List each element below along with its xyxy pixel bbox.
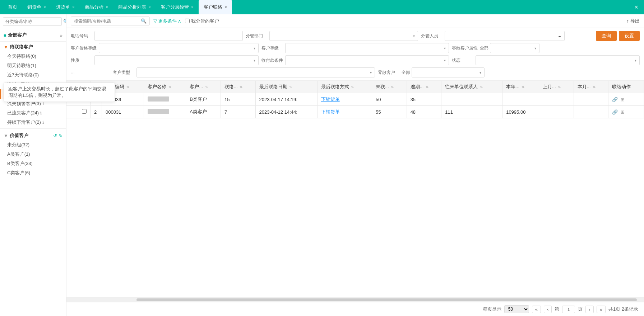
filter-customer-level-select[interactable]: ▾ [285,43,449,53]
sidebar-price-title[interactable]: ▼ 价值客户 [4,132,28,139]
sidebar-item-class-c[interactable]: C类客户(6) [0,168,66,178]
filter-dots-field: ··· [71,70,110,75]
overdue-column-header[interactable]: 逾期... ⇅ [407,81,441,93]
settings-button[interactable]: 设置 [619,31,640,41]
my-customers-checkbox[interactable]: 我分管的客户 [185,18,219,24]
close-customer-tier-tab[interactable]: × [191,5,194,10]
filter-nature-select[interactable]: ▾ [94,55,259,65]
sidebar-search-icon[interactable]: 🔍 [63,19,66,24]
sidebar-item-churned[interactable]: 已流失客户(24) ℹ [0,108,66,118]
prev-page-button[interactable]: ‹ [544,306,552,313]
query-button[interactable]: 查询 [596,31,617,41]
this-month-column-header[interactable]: 本月... ⇅ [574,81,608,93]
filter-customer-type-select[interactable]: ▾ [136,67,375,77]
nav-tab-purchase[interactable]: 进货单 × [51,0,80,14]
filter-retail-attr-select[interactable]: ▾ [490,43,539,53]
row1-type: B类客户 [186,93,221,106]
filter-payment-select[interactable]: ▾ [285,55,449,65]
sidebar-edit-icon[interactable]: ✎ [59,133,62,138]
row2-checkbox[interactable] [78,106,91,118]
row2-more-icon[interactable]: ⊞ [621,109,625,115]
churned-info-icon[interactable]: ℹ [40,111,42,115]
row2-name[interactable] [144,106,186,118]
declining-info-icon[interactable]: ℹ [42,120,44,125]
more-conditions-button[interactable]: ▽ 更多条件 ∧ [153,18,181,24]
close-customer-contact-tab[interactable]: × [224,5,227,10]
contact-column-header[interactable]: 联络... ⇅ [221,81,255,93]
row1-more-icon[interactable]: ⊞ [621,97,625,102]
export-button[interactable]: ↑ 导出 [627,18,640,24]
last-month-column-header[interactable]: 上月... ⇅ [539,81,574,93]
nav-tab-customer-contact[interactable]: 客户联络 × [199,0,232,14]
sidebar-price-icons[interactable]: ↺ ✎ [53,133,62,138]
sidebar-item-unclassified[interactable]: 未分组(32) [0,140,66,150]
last-method-column-header[interactable]: 最后联络方式 ⇅ [317,81,372,93]
sidebar-section-pending[interactable]: ▼ 待联络客户 [0,42,66,52]
filter-price-level-field: 客户价格等级 ▾ [71,43,259,53]
sidebar-item-class-a[interactable]: A类客户(1) [0,150,66,159]
filter-dots[interactable]: ··· [71,70,75,75]
top-navigation: 首页 销货单 × 进货单 × 商品分析 × 商品分析列表 × 客户分层经营 × … [0,0,644,14]
horizontal-scrollbar[interactable] [66,297,644,302]
row1-last-month [539,93,574,106]
churn-warning-info-icon[interactable]: ℹ [42,102,44,106]
type-column-header[interactable]: 客户... ⇅ [186,81,221,93]
filter-person-select[interactable]: ··· [445,31,565,41]
sidebar-item-tomorrow[interactable]: 明天待联络(1) [0,61,66,70]
nav-tab-product-analysis[interactable]: 商品分析 × [80,0,113,14]
row2-uncontacted: 55 [372,106,407,118]
search-input[interactable] [74,19,141,24]
nav-tab-sales[interactable]: 销货单 × [22,0,51,14]
close-product-list-tab[interactable]: × [148,5,151,10]
close-sales-tab[interactable]: × [43,5,46,10]
filter-phone-input[interactable] [94,31,243,41]
uncontacted-column-header[interactable]: 未联... ⇅ [372,81,407,93]
last-date-column-header[interactable]: 最后联络日期 ⇅ [255,81,317,93]
row1-name[interactable] [144,93,186,106]
filter-row-1: 电话号码 分管部门 ▾ 分管人员 ··· 查询 设置 [71,31,640,41]
next-page-button[interactable]: › [585,306,593,313]
sidebar-collapse-icon[interactable]: » [60,33,62,38]
sidebar-refresh-icon[interactable]: ↺ [53,133,57,138]
row1-link-icon[interactable]: 🔗 [612,97,618,102]
row2-last-method[interactable]: 下销货单 [317,106,372,118]
filter-retail-customer-select[interactable]: ▾ [412,67,485,77]
close-product-analysis-tab[interactable]: × [106,5,108,10]
filter-status-field: 状态 ▾ [452,55,640,65]
sidebar-item-7days[interactable]: 近7天待联络(0) [0,70,66,80]
row2-code[interactable]: 000031 [102,106,144,118]
table-area[interactable]: ⚙ 客户编码 ⇅ 客户名称 ⇅ 客户... ⇅ 联络... ⇅ 最后联络日期 ⇅… [66,81,644,297]
my-customers-check[interactable] [185,19,190,23]
table-row: 2 000031 A类客户 7 2023-04-12 14:44: 下销货单 5… [66,106,644,118]
sidebar-all-customers[interactable]: ■ 全部客户 » [0,29,66,42]
nav-tab-customer-tier[interactable]: 客户分层经营 × [156,0,199,14]
row1-last-method[interactable]: 下销货单 [317,93,372,106]
first-page-button[interactable]: « [532,306,541,313]
window-close-button[interactable]: × [631,4,641,11]
row1-contact: 15 [221,93,255,106]
filter-price-level-label: 客户价格等级 [71,45,97,51]
unit-contact-column-header[interactable]: 往来单位联系人 ⇅ [441,81,502,93]
scrollbar-thumb[interactable] [136,298,637,301]
filter-status-select[interactable]: ▾ [476,55,640,65]
nav-tab-product-list[interactable]: 商品分析列表 × [113,0,156,14]
last-page-button[interactable]: » [597,306,606,313]
filter-price-level-select[interactable]: ▾ [99,43,259,53]
filter-dept-select[interactable]: ▾ [269,31,418,41]
close-purchase-tab[interactable]: × [72,5,75,10]
search-icon[interactable]: 🔍 [141,18,147,24]
row2-link-icon[interactable]: 🔗 [612,109,618,115]
per-page-select[interactable]: 50 20 100 [504,305,529,313]
page-number-input[interactable] [562,306,575,313]
this-year-column-header[interactable]: 本年... ⇅ [502,81,539,93]
filter-row-2: 客户价格等级 ▾ 客户等级 ▾ 零散客户属性 全部 ▾ [71,43,640,53]
filter-customer-level-label: 客户等级 [261,45,283,51]
sidebar-item-declining[interactable]: 持续下滑客户(2) ℹ [0,118,66,127]
row1-this-month [574,93,608,106]
row2-this-year: 10995.00 [502,106,539,118]
nav-tab-home[interactable]: 首页 [3,0,22,14]
sidebar-item-class-b[interactable]: B类客户(33) [0,159,66,168]
sidebar-item-today[interactable]: 今天待联络(0) [0,52,66,61]
sidebar-search-input[interactable] [3,17,62,26]
name-column-header[interactable]: 客户名称 ⇅ [144,81,186,93]
